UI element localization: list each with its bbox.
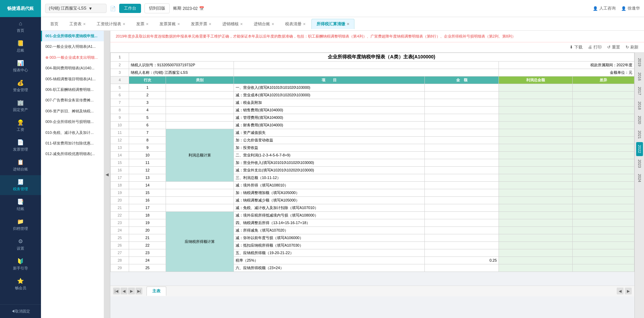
left-panel-item-007[interactable]: 007-广告费和业务宣传费摊... — [41, 95, 104, 106]
left-panel-item-008[interactable]: 008-资产折旧、摊销及纳税... — [41, 106, 104, 116]
ai-consult[interactable]: 👤 人工咨询 — [593, 5, 616, 11]
sheet-nav-prev[interactable]: ◀ — [121, 288, 127, 294]
sidebar-item-reports[interactable]: 📊 报表中心 — [0, 56, 41, 76]
scroll-right-btn[interactable]: ▶ — [625, 288, 632, 294]
tab-invoice-calc-close[interactable]: ✕ — [177, 22, 180, 26]
sidebar-item-assets[interactable]: 🏢 固定资产 — [0, 96, 41, 116]
taxpayer-id-label: 纳税人识别号：91320500703719732P — [129, 61, 234, 69]
sheet-nav-first[interactable]: |◀ — [113, 288, 120, 294]
print-btn[interactable]: 🖨 打印 — [588, 44, 602, 50]
left-panel-item-011[interactable]: 011-研发费用加计扣除优惠... — [41, 138, 104, 149]
left-panel-item-005[interactable]: 005-纳税调整项目明细表(A1... — [41, 74, 104, 84]
tab-tax-settlement-close[interactable]: ✕ — [347, 22, 349, 26]
year-item-2017[interactable]: 2017 — [636, 84, 643, 98]
left-panel-item-003[interactable]: 003-一般企业成本支出明细... — [41, 52, 104, 63]
tab-tax-list[interactable]: 税表清册 ✕ — [280, 19, 311, 29]
sidebar-item-close[interactable]: 📑 结账 — [0, 195, 41, 215]
table-row: 22 18 应纳税所得额计算 减：境外应税所得抵减境内亏损（填写A108000） — [111, 211, 634, 219]
sidebar-item-purchase-sales[interactable]: 📋 进销台账 — [0, 155, 41, 175]
tab-ledger-label: 进销台账 — [254, 21, 270, 27]
sheet-tab-main[interactable]: 主表 — [146, 287, 166, 296]
sidebar-item-invoice-label: 发票管理 — [13, 147, 28, 152]
refresh-btn[interactable]: ↻ 刷新 — [626, 44, 639, 50]
sidebar-item-tax[interactable]: 🧾 税务管理 — [0, 175, 41, 195]
reports-icon: 📊 — [17, 60, 24, 66]
left-panel-item-004[interactable]: 004-期间费用明细表(A1040... — [41, 63, 104, 73]
archive-icon: 📁 — [17, 218, 24, 225]
tab-home-label: 首页 — [50, 21, 58, 27]
company-name: (勾销) 江西服宝-LSS — [49, 5, 86, 11]
sidebar-item-payroll-label: 工资 — [17, 127, 24, 132]
sidebar-item-home[interactable]: ⌂ 首页 — [0, 17, 41, 37]
year-item-2019[interactable]: 2019 — [636, 55, 643, 69]
unpin-btn[interactable]: ◀取消固定 — [0, 305, 41, 318]
tab-payroll-stats[interactable]: 工资统计报表 ✕ — [92, 19, 130, 29]
reset-btn[interactable]: ↺ 重置 — [607, 44, 620, 50]
sheet-nav-arrows: |◀ ◀ ▶ ▶| — [113, 288, 142, 294]
print-icon: 🖨 — [588, 45, 592, 50]
table-row: 2 纳税人识别号：91320500703719732P 税款所属期间：2022年… — [111, 61, 634, 69]
year-item-2020[interactable]: 2020 — [636, 113, 643, 127]
tab-invoice[interactable]: 发票 ✕ — [131, 19, 154, 29]
tab-invoice-open-label: 发票开票 — [191, 21, 207, 27]
sidebar-item-finance-label: 资金管理 — [13, 87, 28, 93]
sidebar-item-settings[interactable]: ⚙ 设置 — [0, 235, 41, 254]
tab-check-label: 进销稽核 — [222, 21, 239, 27]
tab-ledger-close[interactable]: ✕ — [271, 22, 274, 26]
period-info-cell — [234, 61, 499, 69]
sheet-nav-next[interactable]: ▶ — [128, 288, 135, 294]
finance-icon: 💰 — [17, 80, 24, 86]
left-panel-item-010[interactable]: 010-免税、减计收入及加计... — [41, 127, 104, 138]
tab-invoice-open[interactable]: 发票开票 ✕ — [186, 19, 216, 29]
left-panel-item-006[interactable]: 006-职工薪酬纳税调整明细... — [41, 84, 104, 95]
col-header-b: 类别 — [166, 76, 234, 84]
unit-label-cell: 金额单位：元 — [499, 69, 634, 76]
sidebar-item-ledger[interactable]: 📒 总账 — [0, 37, 41, 56]
year-item-2016[interactable]: 2016 — [636, 70, 643, 83]
sidebar-item-finance[interactable]: 💰 资金管理 — [0, 76, 41, 96]
tab-check[interactable]: 进销稽核 ✕ — [217, 19, 248, 29]
switch-version-button[interactable]: 切到旧版 — [144, 3, 170, 13]
tab-tax-settlement[interactable]: 所得税汇算清缴 ✕ — [311, 19, 354, 29]
sheet-nav-last[interactable]: ▶| — [136, 288, 142, 294]
year-item-2021[interactable]: 2021 — [636, 128, 643, 141]
workbench-button[interactable]: 工作台 — [119, 4, 141, 13]
col-header-c: 项 目 — [234, 76, 424, 84]
year-item-2023[interactable]: 2023 — [636, 157, 643, 170]
tab-payroll[interactable]: 工资表 ✕ — [64, 19, 91, 29]
table-row: 1 企业所得税年度纳税申报表（A类）主表(A100000) — [111, 53, 634, 61]
download-btn[interactable]: ⬇ 下载 — [570, 44, 583, 50]
sidebar-item-payroll[interactable]: 👷 工资 — [0, 116, 41, 136]
tab-invoice-close[interactable]: ✕ — [146, 22, 149, 26]
tab-payroll-close[interactable]: ✕ — [83, 22, 86, 26]
left-panel-item-009[interactable]: 009-企业所得税补亏损明细... — [41, 116, 104, 127]
settings-icon: ⚙ — [18, 238, 23, 245]
user-profile[interactable]: 👤 徐逢华 — [621, 5, 640, 11]
sidebar-item-archive[interactable]: 📁 归档管理 — [0, 215, 41, 235]
tab-payroll-stats-close[interactable]: ✕ — [123, 22, 125, 26]
tab-tax-list-close[interactable]: ✕ — [303, 22, 306, 26]
sidebar-item-reports-label: 报表中心 — [13, 68, 28, 73]
left-panel-item-012[interactable]: 012-减免所得税优惠明细表(... — [41, 149, 104, 159]
collapse-panel-btn[interactable]: ◀ — [104, 31, 110, 318]
scroll-left-btn[interactable]: ◀ — [617, 288, 624, 294]
year-item-2024[interactable]: 2024 — [636, 171, 643, 185]
period-label: 账期 — [173, 5, 181, 11]
tab-check-close[interactable]: ✕ — [240, 22, 243, 26]
company-selector[interactable]: (勾销) 江西服宝-LSS ▼ — [45, 4, 107, 13]
calendar-icon[interactable]: 📅 — [199, 6, 204, 11]
left-panel-item-001[interactable]: 001-企业所得税年度纳税申报... — [41, 31, 104, 41]
sidebar-item-vip[interactable]: ⭐ 畅会员 — [0, 274, 41, 294]
sidebar-item-invoice[interactable]: 📄 发票管理 — [0, 136, 41, 155]
left-panel-item-002[interactable]: 002-一般企业收入明细表(A1... — [41, 41, 104, 52]
year-item-2018[interactable]: 2018 — [636, 99, 643, 112]
year-item-2022[interactable]: 2022 — [636, 142, 643, 156]
tab-home[interactable]: 首页 — [45, 19, 64, 29]
tab-ledger[interactable]: 进销台账 ✕ — [249, 19, 279, 29]
table-row: 5 1 一、营业收入(填写A101010\101020\103000) — [111, 84, 634, 91]
tab-invoice-open-close[interactable]: ✕ — [209, 22, 211, 26]
tab-invoice-calc[interactable]: 发票算账 ✕ — [154, 19, 185, 29]
sidebar-item-guide[interactable]: 🔰 新手引导 — [0, 254, 41, 274]
row-num: 2 — [111, 61, 129, 69]
user-name: 徐逢华 — [628, 5, 640, 11]
